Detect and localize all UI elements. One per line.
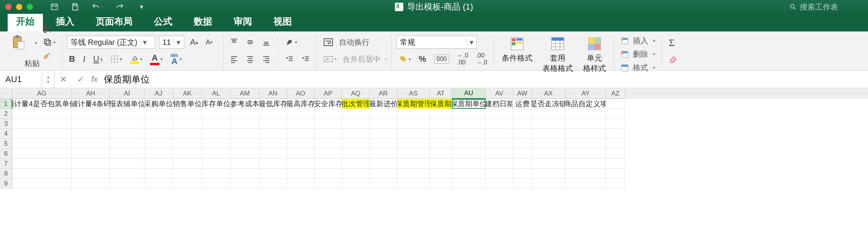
cell-AP4[interactable] bbox=[314, 129, 342, 139]
decrease-font-button[interactable]: A▾ bbox=[204, 37, 215, 48]
row-header-8[interactable]: 8 bbox=[0, 169, 12, 179]
cell-AW4[interactable] bbox=[513, 129, 532, 139]
cell-AZ8[interactable] bbox=[606, 169, 625, 179]
orientation-button[interactable]: ab bbox=[283, 37, 299, 48]
column-header-AQ[interactable]: AQ bbox=[342, 88, 370, 99]
cell-AJ2[interactable] bbox=[144, 109, 173, 119]
cell-AU3[interactable] bbox=[452, 119, 486, 129]
cell-AQ7[interactable] bbox=[342, 159, 370, 169]
cell-AG4[interactable] bbox=[12, 129, 72, 139]
column-header-AW[interactable]: AW bbox=[513, 88, 532, 99]
cell-AQ2[interactable] bbox=[342, 109, 370, 119]
cell-AG1[interactable]: 辅计量4是否包装单位 bbox=[12, 99, 72, 109]
cell-AM8[interactable] bbox=[231, 169, 259, 179]
cell-AH7[interactable] bbox=[72, 159, 110, 169]
cell-AJ9[interactable] bbox=[144, 179, 173, 189]
cell-AU7[interactable] bbox=[452, 159, 486, 169]
autosave-button[interactable] bbox=[48, 2, 61, 12]
cell-AY1[interactable]: 商品自定义项 bbox=[565, 99, 606, 109]
cell-AQ1[interactable]: 批次管理 bbox=[342, 99, 370, 109]
column-header-AY[interactable]: AY bbox=[565, 88, 606, 99]
cell-AL2[interactable] bbox=[202, 109, 231, 119]
row-header-3[interactable]: 3 bbox=[0, 119, 12, 129]
cell-AO9[interactable] bbox=[287, 179, 314, 189]
cell-AV1[interactable]: 建档日期 bbox=[486, 99, 513, 109]
cell-AS6[interactable] bbox=[397, 149, 430, 159]
row-header-5[interactable]: 5 bbox=[0, 139, 12, 149]
cell-AQ5[interactable] bbox=[342, 139, 370, 149]
copy-button[interactable] bbox=[41, 36, 57, 48]
cell-AJ6[interactable] bbox=[144, 149, 173, 159]
cell-AP6[interactable] bbox=[314, 149, 342, 159]
cell-AO2[interactable] bbox=[287, 109, 314, 119]
increase-decimal-button[interactable]: ←.0.00 bbox=[455, 51, 470, 67]
workbook-search-input[interactable] bbox=[800, 3, 861, 12]
cell-AW8[interactable] bbox=[513, 169, 532, 179]
cell-AO1[interactable]: 最高库存 bbox=[287, 99, 314, 109]
name-box-dropdown[interactable]: ▴▾ bbox=[42, 71, 54, 88]
format-cells-button[interactable]: 格式 bbox=[619, 61, 657, 74]
cell-AK6[interactable] bbox=[173, 149, 202, 159]
cell-AZ2[interactable] bbox=[606, 109, 625, 119]
borders-button[interactable] bbox=[108, 54, 124, 64]
align-bottom-button[interactable] bbox=[260, 37, 272, 48]
cell-AN9[interactable] bbox=[259, 179, 287, 189]
cell-AP2[interactable] bbox=[314, 109, 342, 119]
cell-AM7[interactable] bbox=[231, 159, 259, 169]
cell-AY4[interactable] bbox=[565, 129, 606, 139]
cell-AY5[interactable] bbox=[565, 139, 606, 149]
cell-AN6[interactable] bbox=[259, 149, 287, 159]
cell-AT3[interactable] bbox=[430, 119, 452, 129]
paste-dropdown[interactable] bbox=[34, 38, 37, 46]
cell-AZ5[interactable] bbox=[606, 139, 625, 149]
cell-AY6[interactable] bbox=[565, 149, 606, 159]
cell-AZ7[interactable] bbox=[606, 159, 625, 169]
cell-AX7[interactable] bbox=[532, 159, 565, 169]
cell-AL9[interactable] bbox=[202, 179, 231, 189]
cell-AQ4[interactable] bbox=[342, 129, 370, 139]
column-header-AO[interactable]: AO bbox=[287, 88, 314, 99]
cell-AW6[interactable] bbox=[513, 149, 532, 159]
cell-AR5[interactable] bbox=[370, 139, 397, 149]
cell-AZ3[interactable] bbox=[606, 119, 625, 129]
cell-AK4[interactable] bbox=[173, 129, 202, 139]
cell-AT1[interactable]: 保质期 bbox=[430, 99, 452, 109]
decrease-indent-button[interactable] bbox=[283, 54, 296, 64]
cell-AQ3[interactable] bbox=[342, 119, 370, 129]
tab-view[interactable]: 视图 bbox=[265, 12, 300, 31]
workbook-search[interactable] bbox=[789, 3, 861, 12]
cell-AL5[interactable] bbox=[202, 139, 231, 149]
cell-AV6[interactable] bbox=[486, 149, 513, 159]
cell-AL6[interactable] bbox=[202, 149, 231, 159]
phonetic-guide-button[interactable]: abcA bbox=[169, 52, 184, 66]
column-header-AI[interactable]: AI bbox=[110, 88, 144, 99]
cell-AR6[interactable] bbox=[370, 149, 397, 159]
cell-AV7[interactable] bbox=[486, 159, 513, 169]
cell-AK3[interactable] bbox=[173, 119, 202, 129]
cell-AT4[interactable] bbox=[430, 129, 452, 139]
cell-AI8[interactable] bbox=[110, 169, 144, 179]
cell-AW5[interactable] bbox=[513, 139, 532, 149]
fullscreen-window-button[interactable] bbox=[27, 4, 33, 10]
row-header-4[interactable]: 4 bbox=[0, 129, 12, 139]
cell-AV2[interactable] bbox=[486, 109, 513, 119]
cell-AZ4[interactable] bbox=[606, 129, 625, 139]
cell-AP7[interactable] bbox=[314, 159, 342, 169]
cell-AI4[interactable] bbox=[110, 129, 144, 139]
column-header-AG[interactable]: AG bbox=[12, 88, 72, 99]
cell-AJ8[interactable] bbox=[144, 169, 173, 179]
align-left-button[interactable] bbox=[228, 54, 240, 64]
cell-AM4[interactable] bbox=[231, 129, 259, 139]
cell-AK2[interactable] bbox=[173, 109, 202, 119]
cell-AU8[interactable] bbox=[452, 169, 486, 179]
cell-AX8[interactable] bbox=[532, 169, 565, 179]
cell-AP8[interactable] bbox=[314, 169, 342, 179]
cell-AH2[interactable] bbox=[72, 109, 110, 119]
cell-AJ7[interactable] bbox=[144, 159, 173, 169]
cell-AZ9[interactable] bbox=[606, 179, 625, 189]
cell-AT5[interactable] bbox=[430, 139, 452, 149]
cell-AR7[interactable] bbox=[370, 159, 397, 169]
cell-AI2[interactable] bbox=[110, 109, 144, 119]
cell-AW3[interactable] bbox=[513, 119, 532, 129]
cell-AP9[interactable] bbox=[314, 179, 342, 189]
